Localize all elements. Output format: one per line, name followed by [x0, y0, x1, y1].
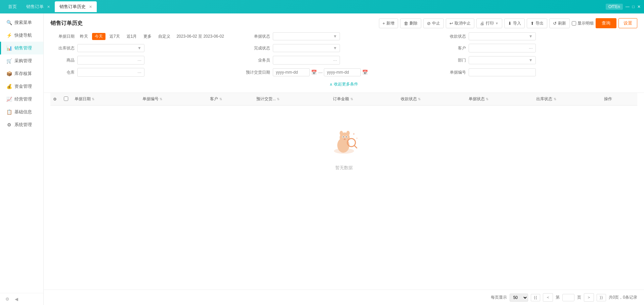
- sidebar-collapse-icon[interactable]: ◀: [15, 297, 18, 302]
- window-min-icon[interactable]: —: [626, 4, 630, 9]
- th-delivery[interactable]: 预计交货... ⇅: [254, 93, 330, 106]
- th-number[interactable]: 单据编号 ⇅: [140, 93, 208, 106]
- tab-sales-order[interactable]: 销售订单 ✕: [22, 1, 55, 12]
- sidebar-item-purchase-mgmt[interactable]: 🛒 采购管理: [0, 54, 43, 67]
- page-label: 页: [577, 295, 581, 300]
- th-gear[interactable]: ⚙: [50, 93, 61, 106]
- delivery-date-field: 📅 — 📅: [273, 68, 441, 76]
- th-payment-status[interactable]: 收款状态 ⇅: [398, 93, 466, 106]
- sidebar-item-inventory[interactable]: 📦 库存核算: [0, 67, 43, 80]
- delivery-date-dash: —: [318, 70, 323, 75]
- th-customer-sort[interactable]: ⇅: [219, 97, 222, 101]
- sidebar-item-quick-nav[interactable]: ⚡ 快捷导航: [0, 29, 43, 42]
- salesperson-select[interactable]: ···: [273, 56, 340, 65]
- add-button[interactable]: + 新增: [379, 18, 398, 28]
- cancel-stop-button[interactable]: ↩ 取消中止: [446, 18, 474, 28]
- inventory-icon: 📦: [6, 71, 12, 76]
- order-number-input[interactable]: [469, 68, 536, 76]
- date-range: 2023-06-02 至 2023-06-02: [176, 34, 224, 39]
- date-tab-more[interactable]: 更多: [141, 33, 154, 40]
- th-number-label: 单据编号: [142, 97, 159, 101]
- th-delivery-sort[interactable]: ⇅: [277, 97, 280, 101]
- customer-select[interactable]: ···: [469, 44, 536, 52]
- delete-icon: 🗑: [404, 21, 408, 26]
- delivery-date-label: 预计交货日期: [246, 70, 273, 75]
- date-tab-yesterday[interactable]: 昨天: [77, 33, 91, 40]
- th-out-status-sort[interactable]: ⇅: [554, 97, 556, 101]
- display-toggle-checkbox[interactable]: [572, 21, 576, 26]
- tab-sales-order-history[interactable]: 销售订单历史 ✕: [55, 1, 97, 12]
- setting-button[interactable]: 设置: [618, 18, 637, 28]
- per-page-select[interactable]: 50 10 20 100: [510, 294, 528, 302]
- tab-home[interactable]: 首页: [3, 1, 22, 12]
- empty-text: 暂无数据: [335, 165, 353, 171]
- page-input[interactable]: 1: [562, 294, 574, 301]
- delivery-date-end-cal[interactable]: 📅: [362, 70, 368, 75]
- table-header-row: ⚙ 单据日期 ⇅ 单据编号 ⇅: [50, 93, 637, 106]
- stop-button[interactable]: ⊘ 中止: [423, 18, 444, 28]
- sidebar-item-sales-mgmt[interactable]: 📊 销售管理: [0, 42, 43, 54]
- th-number-sort[interactable]: ⇅: [160, 97, 162, 101]
- out-status-select[interactable]: ▼: [77, 44, 144, 52]
- payment-status-select[interactable]: ▼: [469, 32, 536, 40]
- date-tab-custom[interactable]: 自定义: [156, 33, 173, 40]
- refresh-button[interactable]: ↺ 刷新: [549, 18, 570, 28]
- query-button[interactable]: 查询: [596, 18, 616, 28]
- prev-page-button[interactable]: ＜: [543, 293, 553, 302]
- delete-button[interactable]: 🗑 删除: [400, 18, 421, 28]
- sidebar-bottom: ⚙ ◀: [0, 293, 43, 305]
- svg-point-3: [340, 131, 343, 136]
- order-number-field: [469, 68, 637, 76]
- product-dots[interactable]: ···: [137, 58, 141, 63]
- th-amount[interactable]: 订单金额 ⇅: [330, 93, 398, 106]
- salesperson-dots[interactable]: ···: [333, 58, 337, 63]
- delivery-date-start[interactable]: [273, 68, 310, 76]
- th-customer-label: 客户: [210, 97, 218, 101]
- gear-icon[interactable]: ⚙: [53, 97, 57, 102]
- window-max-icon[interactable]: □: [632, 4, 635, 9]
- date-tab-1month[interactable]: 近1月: [124, 33, 140, 40]
- first-page-button[interactable]: ⟨⟨: [531, 294, 540, 301]
- refresh-label: 刷新: [558, 21, 566, 26]
- th-date[interactable]: 单据日期 ⇅: [72, 93, 140, 106]
- th-order-status-sort[interactable]: ⇅: [486, 97, 488, 101]
- date-tab-today[interactable]: 今天: [92, 33, 105, 40]
- date-tab-7days[interactable]: 近7天: [107, 33, 123, 40]
- page-footer: 每页显示 50 10 20 100 ⟨⟨ ＜ 第 1 页 ＞ ⟩⟩ 共0页，0条…: [44, 290, 644, 305]
- th-order-status[interactable]: 单据状态 ⇅: [466, 93, 534, 106]
- dept-select[interactable]: ▼: [469, 56, 536, 64]
- print-button[interactable]: 🖨 打印 ▼: [476, 18, 502, 28]
- tab-sales-order-close[interactable]: ✕: [47, 5, 50, 9]
- delivery-date-end[interactable]: [324, 68, 361, 76]
- th-customer[interactable]: 客户 ⇅: [207, 93, 253, 106]
- last-page-button[interactable]: ⟩⟩: [597, 294, 606, 301]
- sidebar-settings-icon[interactable]: ⚙: [5, 297, 9, 302]
- warehouse-dots[interactable]: ···: [137, 70, 141, 75]
- sidebar-item-capital-mgmt[interactable]: 💰 资金管理: [0, 80, 43, 93]
- sidebar-item-ops-mgmt[interactable]: 📈 经营管理: [0, 93, 43, 106]
- display-toggle[interactable]: 显示明细: [572, 21, 594, 26]
- th-date-sort[interactable]: ⇅: [92, 97, 94, 101]
- warehouse-select[interactable]: ···: [77, 68, 144, 77]
- product-select[interactable]: ···: [77, 56, 144, 65]
- customer-dots[interactable]: ···: [529, 45, 533, 51]
- sidebar-item-sys-mgmt[interactable]: ⚙ 系统管理: [0, 118, 43, 131]
- th-check[interactable]: [61, 93, 72, 106]
- th-payment-status-sort[interactable]: ⇅: [418, 97, 421, 101]
- delivery-date-start-cal[interactable]: 📅: [311, 70, 317, 75]
- complete-status-select[interactable]: ▼: [273, 44, 340, 52]
- window-close-icon[interactable]: ✕: [637, 4, 641, 9]
- sidebar-label-inventory: 库存核算: [14, 71, 32, 77]
- import-button[interactable]: ⬇ 导入: [504, 18, 525, 28]
- th-amount-sort[interactable]: ⇅: [350, 97, 353, 101]
- collapse-button[interactable]: ∧ 收起更多条件: [50, 80, 637, 88]
- tab-sales-order-history-close[interactable]: ✕: [89, 5, 92, 9]
- product-field: ···: [77, 56, 246, 65]
- sidebar-item-search-menu[interactable]: 🔍 搜索菜单: [0, 16, 43, 29]
- next-page-button[interactable]: ＞: [584, 293, 594, 302]
- th-out-status[interactable]: 出库状态 ⇅: [533, 93, 601, 106]
- order-status-select[interactable]: ▼: [273, 32, 340, 40]
- sidebar-item-base-info[interactable]: 📋 基础信息: [0, 106, 43, 118]
- export-button[interactable]: ⬆ 导出: [527, 18, 547, 28]
- select-all-checkbox[interactable]: [64, 97, 68, 101]
